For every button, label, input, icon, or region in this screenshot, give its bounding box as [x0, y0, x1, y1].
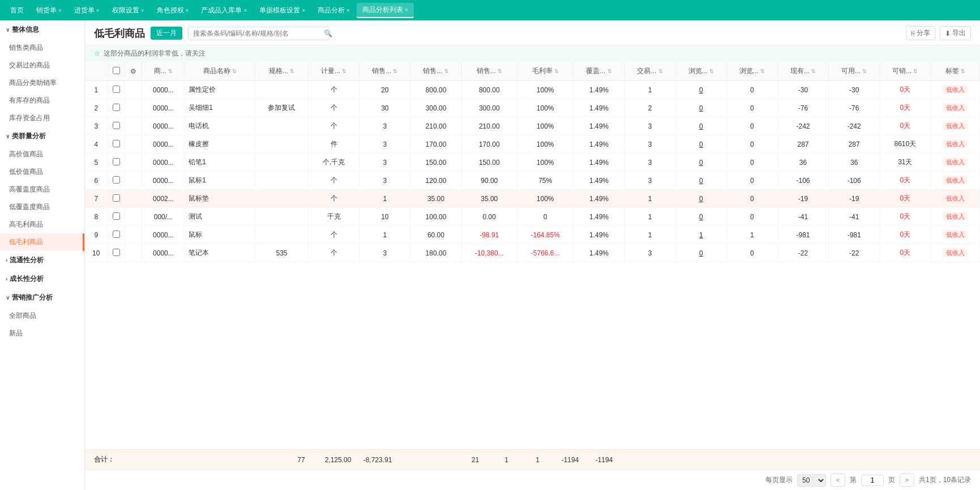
row-checkbox[interactable] — [113, 104, 120, 111]
th-browse1[interactable]: 浏览... ⇅ — [675, 62, 726, 81]
sidebar-item-high-coverage[interactable]: 高覆盖度商品 — [0, 181, 84, 198]
row-checkbox[interactable] — [113, 122, 120, 129]
settings-icon[interactable]: ⚙ — [130, 67, 136, 75]
next-page-button[interactable]: ＞ — [900, 474, 914, 487]
cell-checkbox[interactable] — [108, 244, 125, 262]
select-all-checkbox[interactable] — [113, 67, 120, 74]
nav-product-analysis[interactable]: 商品分析 × — [312, 3, 356, 18]
cell-browse1[interactable]: 0 — [675, 117, 726, 135]
cell-checkbox[interactable] — [108, 226, 125, 244]
th-current-stock[interactable]: 现有... ⇅ — [777, 62, 828, 81]
th-browse2[interactable]: 浏览... ⇅ — [726, 62, 777, 81]
close-icon[interactable]: × — [243, 7, 247, 14]
cell-browse1[interactable]: 0 — [675, 190, 726, 208]
cell-browse1[interactable]: 0 — [675, 154, 726, 172]
sidebar-item-traded-products[interactable]: 交易过的商品 — [0, 57, 84, 74]
th-coverage[interactable]: 覆盖... ⇅ — [574, 62, 624, 81]
sidebar-item-in-stock-products[interactable]: 有库存的商品 — [0, 92, 84, 109]
page-number-input[interactable] — [861, 475, 884, 486]
th-name[interactable]: 商品名称 ⇅ — [185, 62, 255, 81]
row-checkbox[interactable] — [113, 176, 120, 184]
cell-checkbox[interactable] — [108, 154, 125, 172]
nav-sales-order[interactable]: 销货单 × — [31, 3, 67, 18]
row-checkbox[interactable] — [113, 86, 120, 93]
search-input[interactable] — [188, 27, 329, 40]
prev-page-button[interactable]: ＜ — [831, 474, 845, 487]
cell-browse1[interactable]: 0 — [675, 99, 726, 117]
sidebar-group-overall-info[interactable]: ∨ 整体信息 — [0, 20, 84, 39]
sidebar-item-low-value[interactable]: 低价值商品 — [0, 163, 84, 181]
row-checkbox[interactable] — [113, 194, 120, 202]
browse1-link[interactable]: 0 — [699, 213, 703, 221]
cell-browse1[interactable]: 0 — [675, 244, 726, 262]
filter-period-button[interactable]: 近一月 — [151, 27, 182, 40]
sidebar-item-sales-products[interactable]: 销售类商品 — [0, 39, 84, 57]
sidebar-item-high-value[interactable]: 高价值商品 — [0, 146, 84, 163]
search-icon[interactable]: 🔍 — [324, 29, 332, 37]
close-icon[interactable]: × — [141, 7, 144, 14]
th-spec[interactable]: 规格... ⇅ — [255, 62, 308, 81]
th-available[interactable]: 可用... ⇅ — [829, 62, 880, 81]
sidebar-item-low-coverage[interactable]: 低覆盖度商品 — [0, 198, 84, 216]
sidebar-item-new-products[interactable]: 新品 — [0, 325, 84, 342]
sidebar-item-category-sales-rate[interactable]: 商品分类助销率 — [0, 74, 84, 92]
th-tag[interactable]: 标签 ⇅ — [931, 62, 980, 81]
row-checkbox[interactable] — [113, 231, 120, 238]
sidebar-group-cluster-analysis[interactable]: ∨ 类群量分析 — [0, 127, 84, 146]
nav-permission-setting[interactable]: 权限设置 × — [106, 3, 150, 18]
cell-checkbox[interactable] — [108, 190, 125, 208]
th-unit[interactable]: 计量... ⇅ — [309, 62, 360, 81]
cell-checkbox[interactable] — [108, 81, 125, 99]
browse1-link[interactable]: 0 — [699, 86, 703, 94]
th-transaction[interactable]: 交易... ⇅ — [624, 62, 675, 81]
cell-browse1[interactable]: 1 — [675, 226, 726, 244]
row-checkbox[interactable] — [113, 212, 120, 220]
th-sales-count[interactable]: 销售... ⇅ — [360, 62, 410, 81]
row-checkbox[interactable] — [113, 158, 120, 165]
browse1-link[interactable]: 0 — [699, 195, 703, 203]
share-button[interactable]: ⎘ 分享 — [906, 26, 935, 40]
nav-role-permission[interactable]: 角色授权 × — [151, 3, 195, 18]
sidebar-item-inventory-capital[interactable]: 库存资金占用 — [0, 109, 84, 127]
sidebar-item-all-products[interactable]: 全部商品 — [0, 307, 84, 325]
cell-checkbox[interactable] — [108, 99, 125, 117]
browse1-link[interactable]: 0 — [699, 177, 703, 185]
close-icon[interactable]: × — [96, 7, 100, 14]
sidebar-group-growth-analysis[interactable]: › 成长性分析 — [0, 270, 84, 288]
browse1-link[interactable]: 0 — [699, 249, 703, 257]
browse1-link[interactable]: 0 — [699, 140, 703, 148]
cell-checkbox[interactable] — [108, 135, 125, 154]
nav-purchase-order[interactable]: 进货单 × — [69, 3, 105, 18]
th-settings[interactable]: ⚙ — [125, 62, 142, 81]
sidebar-group-marketing-analysis[interactable]: ∨ 营销推广分析 — [0, 288, 84, 307]
sidebar-group-liquidity-analysis[interactable]: › 流通性分析 — [0, 251, 84, 270]
sidebar-item-high-margin[interactable]: 高毛利商品 — [0, 216, 84, 233]
cell-browse1[interactable]: 0 — [675, 81, 726, 99]
th-gross-margin[interactable]: 毛利率 ⇅ — [517, 62, 573, 81]
browse1-link[interactable]: 1 — [699, 231, 703, 239]
export-button[interactable]: ⬇ 导出 — [940, 26, 971, 40]
sidebar-item-low-margin[interactable]: 低毛利商品 — [0, 233, 84, 251]
cell-checkbox[interactable] — [108, 172, 125, 190]
cell-checkbox[interactable] — [108, 208, 125, 226]
nav-template-setting[interactable]: 单据模板设置 × — [254, 3, 311, 18]
th-sales-amount[interactable]: 销售... ⇅ — [410, 62, 461, 81]
cell-checkbox[interactable] — [108, 117, 125, 135]
close-icon[interactable]: × — [186, 7, 189, 14]
browse1-link[interactable]: 0 — [699, 159, 703, 167]
close-icon[interactable]: × — [302, 7, 305, 14]
nav-home[interactable]: 首页 — [5, 3, 29, 18]
browse1-link[interactable]: 0 — [699, 104, 703, 112]
th-checkbox[interactable] — [108, 62, 125, 81]
th-sales-profit[interactable]: 销售... ⇅ — [461, 62, 517, 81]
row-checkbox[interactable] — [113, 249, 120, 256]
cell-browse1[interactable]: 0 — [675, 172, 726, 190]
cell-browse1[interactable]: 0 — [675, 208, 726, 226]
close-icon[interactable]: × — [346, 7, 350, 14]
close-icon[interactable]: × — [405, 7, 408, 13]
nav-product-analysis-list[interactable]: 商品分析列表 × — [357, 3, 414, 18]
cell-browse1[interactable]: 0 — [675, 135, 726, 154]
row-checkbox[interactable] — [113, 140, 120, 147]
close-icon[interactable]: × — [58, 7, 62, 14]
th-sellable[interactable]: 可销... ⇅ — [880, 62, 931, 81]
